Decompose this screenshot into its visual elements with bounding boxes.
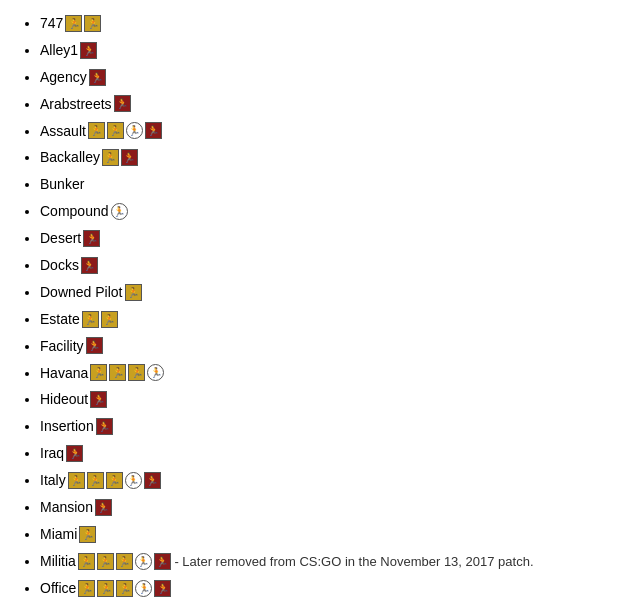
list-item: Bunker [40,172,612,198]
cs-icon: 🏃 [68,472,85,489]
cs-icon: 🏃 [109,364,126,381]
map-name: Office [40,580,76,596]
go2-icon: 🏃 [121,149,138,166]
list-item: Mansion🏃 [40,495,612,521]
map-name: Miami [40,526,77,542]
go-icon: 🏃 [145,122,162,139]
list-item: Assault🏃🏃🏃🏃 [40,119,612,145]
map-name: Facility [40,338,84,354]
cs-icon: 🏃 [65,15,82,32]
list-item: Facility🏃 [40,334,612,360]
map-name: Militia [40,553,76,569]
list-item: Desert🏃 [40,226,612,252]
map-note: - Later removed from CS:GO in the Novemb… [171,554,534,569]
map-name: Italy [40,472,66,488]
go2-icon: 🏃 [89,69,106,86]
list-item: Militia🏃🏃🏃🏃🏃 - Later removed from CS:GO … [40,549,612,575]
go-icon: 🏃 [114,95,131,112]
map-name: Downed Pilot [40,284,123,300]
list-item: Backalley🏃🏃 [40,145,612,171]
go2-icon: 🏃 [144,472,161,489]
css-icon: 🏃 [135,580,152,597]
cs-icon: 🏃 [88,122,105,139]
cs-icon: 🏃 [84,15,101,32]
map-name: Backalley [40,149,100,165]
cs-icon: 🏃 [97,553,114,570]
go2-icon: 🏃 [154,580,171,597]
list-item: Agency🏃 [40,65,612,91]
map-name: Havana [40,365,88,381]
map-name: Agency [40,69,87,85]
map-name: Docks [40,257,79,273]
css-icon: 🏃 [125,472,142,489]
go-icon: 🏃 [66,445,83,462]
map-name: Iraq [40,445,64,461]
go-icon: 🏃 [86,337,103,354]
cs-icon: 🏃 [101,311,118,328]
map-name: Arabstreets [40,96,112,112]
list-item: Compound🏃 [40,199,612,225]
go-icon: 🏃 [80,42,97,59]
cs-icon: 🏃 [125,284,142,301]
list-item: Havana🏃🏃🏃🏃 [40,361,612,387]
map-name: Hideout [40,391,88,407]
map-name: Insertion [40,418,94,434]
css-icon: 🏃 [147,364,164,381]
cs-icon: 🏃 [106,472,123,489]
list-item: Downed Pilot🏃 [40,280,612,306]
map-name: 747 [40,15,63,31]
cs-icon: 🏃 [78,553,95,570]
cs-icon: 🏃 [90,364,107,381]
list-item: Insertion🏃 [40,414,612,440]
list-item: Hideout🏃 [40,387,612,413]
cs-icon: 🏃 [82,311,99,328]
cs-icon: 🏃 [128,364,145,381]
cs-icon: 🏃 [87,472,104,489]
map-name: Desert [40,230,81,246]
map-list: 747🏃🏃Alley1🏃Agency🏃Arabstreets🏃Assault🏃🏃… [16,11,612,598]
cs-icon: 🏃 [78,580,95,597]
list-item: Iraq🏃 [40,441,612,467]
list-item: Alley1🏃 [40,38,612,64]
map-name: Compound [40,203,109,219]
css-icon: 🏃 [126,122,143,139]
list-item: Office🏃🏃🏃🏃🏃 [40,576,612,598]
map-name: Alley1 [40,42,78,58]
go2-icon: 🏃 [96,418,113,435]
go-icon: 🏃 [95,499,112,516]
list-item: Miami🏃 [40,522,612,548]
cs-icon: 🏃 [97,580,114,597]
cs-icon: 🏃 [107,122,124,139]
map-name: Estate [40,311,80,327]
cs-icon: 🏃 [116,580,133,597]
list-item: Estate🏃🏃 [40,307,612,333]
go2-icon: 🏃 [154,553,171,570]
list-item: Italy🏃🏃🏃🏃🏃 [40,468,612,494]
map-name: Assault [40,123,86,139]
css-icon: 🏃 [135,553,152,570]
go-icon: 🏃 [90,391,107,408]
list-item: Arabstreets🏃 [40,92,612,118]
cs-icon: 🏃 [116,553,133,570]
css-icon: 🏃 [111,203,128,220]
go-icon: 🏃 [81,257,98,274]
cs-icon: 🏃 [79,526,96,543]
map-name: Bunker [40,176,84,192]
list-item: 747🏃🏃 [40,11,612,37]
map-name: Mansion [40,499,93,515]
go-icon: 🏃 [83,230,100,247]
cs-icon: 🏃 [102,149,119,166]
list-item: Docks🏃 [40,253,612,279]
